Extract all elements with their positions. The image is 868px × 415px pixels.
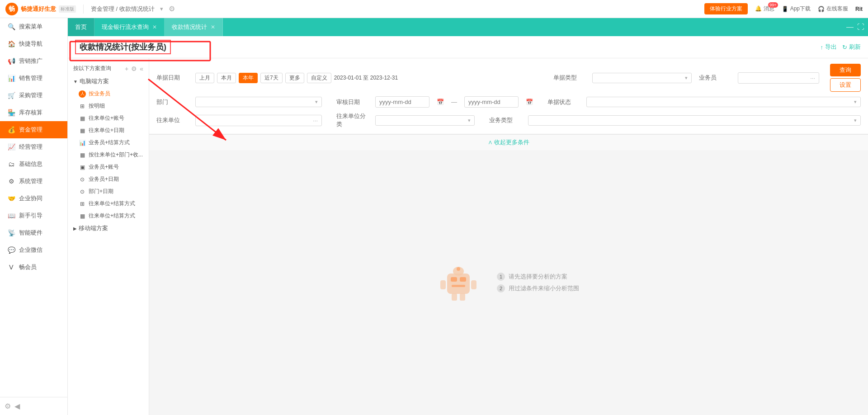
scheme-item-salesperson-settlement[interactable]: 📊 业务员+结算方式 [68, 137, 149, 149]
scheme-group-mobile-title[interactable]: ▶ 移动端方案 [68, 222, 149, 235]
sidebar-item-fund[interactable]: 💰 资金管理 [0, 121, 67, 138]
doctype-select[interactable]: ▾ [592, 73, 692, 83]
partner-settlement-icon: ⊞ [79, 200, 86, 208]
sidebar-item-enterprise[interactable]: 🤝 企业协同 [0, 190, 67, 207]
tab-bankflow-close[interactable]: ✕ [152, 24, 157, 30]
tab-home[interactable]: 首页 [68, 18, 94, 36]
online-service[interactable]: 🎧 在线客服 [818, 5, 848, 13]
settings-btn[interactable]: 设置 [830, 78, 861, 92]
member-icon: Ⅴ [7, 263, 15, 271]
sidebar-item-wechat[interactable]: 💬 企业微信 [0, 241, 67, 259]
scheme-item-salesperson-account[interactable]: ▣ 业务员+账号 [68, 161, 149, 173]
date-btn-thismonth[interactable]: 本月 [217, 73, 236, 83]
app-download[interactable]: 📱 App下载 [782, 5, 811, 13]
purchase-icon: 🛒 [7, 91, 15, 99]
settings-icon[interactable]: ⚙ [169, 5, 175, 13]
partner-category-select[interactable]: ▾ [375, 115, 475, 126]
scheme-item-by-detail[interactable]: ⊞ 按明细 [68, 100, 149, 112]
sidebar-settings-icon[interactable]: ⚙ [5, 402, 11, 410]
dept-select[interactable]: ▾ [195, 97, 322, 107]
review-date-end[interactable] [464, 96, 519, 108]
operation-icon: 📈 [7, 143, 15, 151]
partner-account-icon: ▦ [79, 115, 86, 122]
add-scheme-btn[interactable]: + [125, 65, 128, 72]
scheme-item-by-salesperson[interactable]: 人 按业务员 [68, 88, 149, 100]
scheme-settings-btn[interactable]: ⚙ [131, 65, 137, 72]
tab-bankflow[interactable]: 现金银行流水查询 ✕ [94, 18, 165, 36]
group-arrow-icon: ▼ [73, 79, 78, 84]
tab-minimize-icon[interactable]: — [846, 23, 854, 31]
empty-tips: 1 请先选择要分析的方案 2 用过滤条件来缩小分析范围 [497, 273, 579, 292]
scheme-item-partner-settlement2[interactable]: ▦ 往来单位+结算方式 [68, 210, 149, 222]
empty-tip-2: 2 用过滤条件来缩小分析范围 [497, 284, 579, 292]
collapse-more-btn[interactable]: ∧ 收起更多条件 [149, 134, 868, 150]
partner-more-icon[interactable]: ··· [313, 117, 318, 124]
scheme-item-by-partner-dept[interactable]: ▦ 按往来单位+部门+收... [68, 149, 149, 161]
logo-name: 畅捷通好生意 [21, 5, 56, 13]
sidebar-item-purchase[interactable]: 🛒 采购管理 [0, 87, 67, 104]
salesperson-more-icon[interactable]: ··· [810, 75, 815, 81]
sidebar-item-operation[interactable]: 📈 经营管理 [0, 138, 67, 156]
salesperson-select[interactable]: ··· [738, 72, 819, 84]
scheme-item-salesperson-date[interactable]: ⊙ 业务员+日期 [68, 173, 149, 185]
svg-rect-4 [440, 280, 446, 289]
tab-fullscreen-icon[interactable]: ⛶ [857, 23, 864, 31]
marketing-icon: 📢 [7, 57, 15, 65]
sidebar-item-smarthw[interactable]: 📡 智能硬件 [0, 224, 67, 241]
sidebar-item-baseinfo[interactable]: 🗂 基础信息 [0, 156, 67, 173]
scheme-collapse-btn[interactable]: « [140, 65, 143, 72]
tab-bankflow-label: 现金银行流水查询 [102, 23, 149, 31]
scheme-group-desktop-title[interactable]: ▼ 电脑端方案 [68, 75, 149, 88]
sidebar-bottom: ⚙ ◀ [0, 397, 67, 415]
sidebar-item-sysmgmt[interactable]: ⚙ 系统管理 [0, 173, 67, 190]
date-label: 单据日期 [156, 74, 188, 82]
svg-rect-2 [460, 277, 466, 282]
query-btn[interactable]: 查询 [830, 64, 861, 76]
sidebar-item-marketing[interactable]: 📢 营销推广 [0, 52, 67, 70]
sidebar-item-sales[interactable]: 📊 销售管理 [0, 70, 67, 87]
sidebar-item-search[interactable]: 🔍 搜索菜单 [0, 18, 67, 35]
date-btn-thisyear[interactable]: 本年 [239, 73, 258, 83]
partner-select[interactable]: ··· [195, 115, 322, 126]
salesperson-label: 业务员 [699, 74, 731, 82]
dropdown-icon[interactable]: ▾ [160, 5, 163, 12]
sidebar-item-guide[interactable]: 📖 新手引导 [0, 207, 67, 224]
sidebar-item-inventory[interactable]: 🏪 库存核算 [0, 104, 67, 121]
tab-collection[interactable]: 收款情况统计 ✕ [165, 18, 223, 36]
tab-home-label: 首页 [75, 23, 87, 31]
partner-dept-icon: ▦ [79, 151, 86, 159]
date-btn-lastmonth[interactable]: 上月 [195, 73, 214, 83]
svg-rect-7 [460, 293, 465, 301]
sidebar-item-member[interactable]: Ⅴ 畅会员 [0, 259, 67, 276]
docstatus-select[interactable]: ▾ [586, 97, 861, 107]
export-btn[interactable]: ↑ 导出 [821, 43, 837, 51]
date-btn-more[interactable]: 更多 [285, 73, 304, 83]
quicknav-icon: 🏠 [7, 40, 15, 48]
sales-icon: 📊 [7, 74, 15, 82]
calendar-icon-1[interactable]: 📅 [437, 99, 444, 105]
scheme-item-partner-account[interactable]: ▦ 往来单位+账号 [68, 112, 149, 124]
top-bar: 畅 畅捷通好生意 标准版 资金管理 / 收款情况统计 ▾ ⚙ 体验行业方案 🔔 … [0, 0, 868, 18]
date-btn-custom[interactable]: 自定义 [307, 73, 331, 83]
sidebar-item-quicknav[interactable]: 🏠 快捷导航 [0, 35, 67, 52]
refresh-btn[interactable]: ↻ 刷新 [842, 43, 861, 51]
notification-area[interactable]: 🔔 消息 99+ [755, 5, 774, 13]
docstatus-chevron-icon: ▾ [854, 99, 857, 105]
sidebar-collapse-icon[interactable]: ◀ [14, 402, 20, 410]
sidebar: 🔍 搜索菜单 🏠 快捷导航 📢 营销推广 📊 销售管理 🛒 采购管理 🏪 库存核… [0, 18, 68, 415]
biztype-select[interactable]: ▾ [528, 115, 861, 126]
tab-collection-close[interactable]: ✕ [211, 24, 215, 30]
date-btn-7days[interactable]: 近7天 [260, 73, 283, 83]
scheme-item-partner-settlement[interactable]: ⊞ 往来单位+结算方式 [68, 198, 149, 210]
review-date-start[interactable] [375, 96, 429, 108]
calendar-icon-2[interactable]: 📅 [526, 99, 533, 105]
refresh-icon: ↻ [842, 44, 847, 51]
user-name[interactable]: Rit [855, 6, 863, 12]
page-actions: ↑ 导出 ↻ 刷新 [821, 43, 861, 51]
scheme-item-dept-date[interactable]: ⊙ 部门+日期 [68, 185, 149, 198]
wechat-icon: 💬 [7, 246, 15, 254]
filter-row-1: 单据日期 上月 本月 本年 近7天 更多 自定义 2023-01-01 至 20… [156, 64, 861, 92]
scheme-item-partner-date[interactable]: ▦ 往来单位+日期 [68, 124, 149, 137]
trial-btn[interactable]: 体验行业方案 [704, 3, 748, 14]
scheme-panel-title: 按以下方案查询 [73, 65, 111, 72]
